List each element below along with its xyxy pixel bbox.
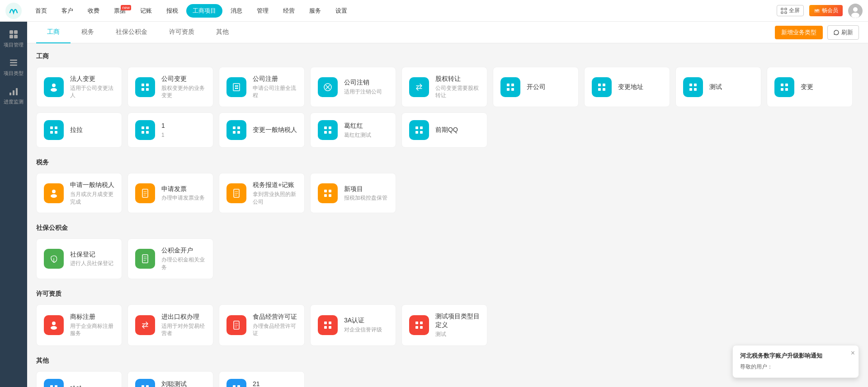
svg-rect-23 bbox=[142, 88, 144, 91]
card-葛红红[interactable]: 葛红红葛红红测试 bbox=[310, 112, 396, 148]
vip-button[interactable]: 畅会员 bbox=[809, 5, 843, 16]
nav-item-消息[interactable]: 消息 bbox=[224, 4, 249, 18]
card-进出口权办理[interactable]: 进出口权办理适用于对外贸易经营者 bbox=[127, 304, 213, 346]
card-股权转让[interactable]: 股权转让公司变更需要股权转让 bbox=[401, 67, 487, 107]
sub-nav-tab-社保公积金[interactable]: 社保公积金 bbox=[105, 22, 158, 43]
refresh-button[interactable]: 刷新 bbox=[827, 25, 859, 40]
card-name-申请发票: 申请发票 bbox=[161, 185, 206, 194]
card-name-测试: 测试 bbox=[709, 83, 754, 92]
card-测试项目类型目定义[interactable]: 测试项目类型目定义测试 bbox=[401, 304, 487, 346]
card-公司变更[interactable]: 公司变更股权变更外的业务变更 bbox=[127, 67, 213, 107]
card-grid-社保公积金: 社保登记进行人员社保登记公积金开户办理公积金相关业务 bbox=[36, 238, 859, 279]
svg-rect-39 bbox=[598, 88, 601, 91]
card-商标注册[interactable]: 商标注册用于企业商标注册服务 bbox=[36, 304, 122, 346]
sidebar-item-项目管理[interactable]: 项目管理 bbox=[2, 25, 25, 52]
card-新项目[interactable]: 新项目报税加税控盘保管 bbox=[310, 173, 396, 213]
sub-nav-tab-许可资质[interactable]: 许可资质 bbox=[158, 22, 205, 43]
svg-rect-62 bbox=[329, 126, 331, 129]
nav-item-首页[interactable]: 首页 bbox=[29, 4, 53, 18]
card-测试[interactable]: 测试 bbox=[675, 67, 761, 107]
card-公积金开户[interactable]: 公积金开户办理公积金相关业务 bbox=[127, 238, 213, 279]
card-申请发票[interactable]: 申请发票办理申请发票业务 bbox=[127, 173, 213, 213]
card-21[interactable]: 211 bbox=[219, 371, 305, 387]
card-变更一般纳税人[interactable]: 变更一般纳税人 bbox=[219, 112, 305, 148]
card-icon-进出口权办理 bbox=[135, 315, 155, 335]
add-type-button[interactable]: 新增业务类型 bbox=[775, 26, 823, 39]
sub-nav: 工商税务社保公积金许可资质其他 新增业务类型 刷新 bbox=[27, 22, 868, 43]
card-3A认证[interactable]: 3A认证对企业信誉评级 bbox=[310, 304, 396, 346]
svg-rect-12 bbox=[14, 35, 18, 38]
svg-rect-52 bbox=[55, 131, 57, 134]
svg-rect-79 bbox=[324, 190, 327, 192]
fullscreen-label: 全屏 bbox=[789, 7, 800, 14]
card-desc-法人变更: 适用于公司变更法人 bbox=[70, 84, 114, 100]
nav-item-服务[interactable]: 服务 bbox=[303, 4, 327, 18]
nav-item-工商项目[interactable]: 工商项目 bbox=[186, 4, 222, 18]
card-name-公司变更: 公司变更 bbox=[161, 75, 206, 84]
nav-item-票据[interactable]: 票据new bbox=[108, 4, 132, 18]
section-社保公积金: 社保公积金社保登记进行人员社保登记公积金开户办理公积金相关业务 bbox=[36, 224, 859, 279]
card-info-哈哈: 哈哈 bbox=[70, 384, 114, 387]
notification-close-button[interactable]: × bbox=[851, 349, 855, 357]
svg-rect-4 bbox=[785, 12, 787, 14]
refresh-icon bbox=[833, 29, 840, 36]
nav-item-管理[interactable]: 管理 bbox=[250, 4, 275, 18]
svg-point-69 bbox=[52, 190, 56, 193]
svg-rect-1 bbox=[781, 8, 783, 10]
card-icon-法人变更 bbox=[44, 77, 64, 97]
card-前期QQ[interactable]: 前期QQ bbox=[401, 112, 487, 148]
sub-nav-tab-工商[interactable]: 工商 bbox=[36, 22, 71, 43]
avatar[interactable] bbox=[848, 4, 863, 18]
nav-item-收费[interactable]: 收费 bbox=[81, 4, 106, 18]
card-变更[interactable]: 变更 bbox=[767, 67, 853, 107]
vip-icon bbox=[814, 8, 820, 14]
sub-nav-tab-其他[interactable]: 其他 bbox=[205, 22, 240, 43]
section-title-工商: 工商 bbox=[36, 52, 859, 61]
notification-content: 尊敬的用户： bbox=[740, 363, 851, 371]
card-info-3A认证: 3A认证对企业信誉评级 bbox=[344, 316, 388, 333]
svg-rect-21 bbox=[142, 84, 144, 86]
card-刘聪测试[interactable]: 刘聪测试测试 bbox=[127, 371, 213, 387]
nav-item-记账[interactable]: 记账 bbox=[134, 4, 158, 18]
card-拉拉[interactable]: 拉拉 bbox=[36, 112, 122, 148]
card-食品经营许可证[interactable]: 食品经营许可证办理食品经营许可证 bbox=[219, 304, 305, 346]
card-社保登记[interactable]: 社保登记进行人员社保登记 bbox=[36, 238, 122, 279]
fullscreen-button[interactable]: 全屏 bbox=[777, 5, 804, 16]
svg-rect-22 bbox=[146, 84, 149, 86]
card-税务报道+记账[interactable]: 税务报道+记账拿到营业执照的新公司 bbox=[219, 173, 305, 213]
card-info-葛红红: 葛红红葛红红测试 bbox=[344, 121, 388, 139]
card-desc-公司注销: 适用于注销公司 bbox=[344, 88, 388, 96]
card-公司注册[interactable]: 公司注册申请公司注册全流程 bbox=[219, 67, 305, 107]
card-1[interactable]: 11 bbox=[127, 112, 213, 148]
card-公司注销[interactable]: 公司注销适用于注销公司 bbox=[310, 67, 396, 107]
sidebar-item-进度监测[interactable]: 进度监测 bbox=[2, 82, 25, 109]
card-info-进出口权办理: 进出口权办理适用于对外贸易经营者 bbox=[161, 312, 206, 337]
content-area: 工商税务社保公积金许可资质其他 新增业务类型 刷新 工商法人变更适用于公司变更法… bbox=[27, 22, 868, 387]
svg-rect-107 bbox=[146, 385, 149, 387]
card-icon-拉拉 bbox=[44, 120, 64, 140]
card-哈哈[interactable]: 哈哈 bbox=[36, 371, 122, 387]
svg-rect-43 bbox=[689, 88, 692, 91]
nav-item-客户[interactable]: 客户 bbox=[55, 4, 80, 18]
notification-title: 河北税务数字账户升级影响通知 bbox=[740, 352, 851, 360]
card-info-1: 11 bbox=[161, 121, 206, 139]
nav-item-经营[interactable]: 经营 bbox=[277, 4, 301, 18]
card-法人变更[interactable]: 法人变更适用于公司变更法人 bbox=[36, 67, 122, 107]
nav-item-报税[interactable]: 报税 bbox=[160, 4, 184, 18]
card-name-申请一般纳税人: 申请一般纳税人 bbox=[70, 181, 114, 190]
sidebar-item-项目类型[interactable]: 项目类型 bbox=[2, 54, 25, 80]
sidebar-icon-项目类型 bbox=[8, 57, 19, 68]
card-name-开公司: 开公司 bbox=[527, 83, 571, 92]
svg-rect-3 bbox=[781, 12, 783, 14]
nav-item-设置[interactable]: 设置 bbox=[329, 4, 354, 18]
app-logo[interactable] bbox=[5, 3, 22, 19]
svg-rect-48 bbox=[785, 88, 788, 91]
card-name-测试项目类型目定义: 测试项目类型目定义 bbox=[435, 312, 480, 330]
card-info-社保登记: 社保登记进行人员社保登记 bbox=[70, 250, 114, 267]
card-变更地址[interactable]: 变更地址 bbox=[584, 67, 670, 107]
card-name-变更地址: 变更地址 bbox=[618, 83, 662, 92]
sub-nav-tab-税务[interactable]: 税务 bbox=[71, 22, 105, 43]
card-申请一般纳税人[interactable]: 申请一般纳税人当月或次月成变更完成 bbox=[36, 173, 122, 213]
svg-rect-100 bbox=[415, 326, 418, 329]
card-开公司[interactable]: 开公司 bbox=[493, 67, 579, 107]
